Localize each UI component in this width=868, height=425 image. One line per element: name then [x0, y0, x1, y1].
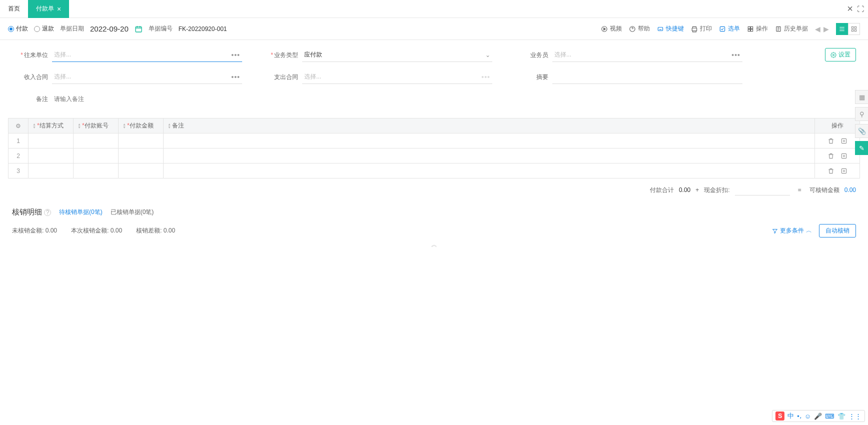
expense-contract-label: 支出合同 — [262, 73, 298, 82]
cell-op — [815, 164, 860, 178]
window-close-icon[interactable]: × — [847, 3, 853, 14]
table-row[interactable]: 2 — [9, 148, 860, 164]
summary-input[interactable] — [552, 70, 742, 84]
fullscreen-icon[interactable]: ⛶ — [857, 5, 864, 13]
svg-rect-0 — [136, 26, 142, 32]
remark-input[interactable] — [52, 92, 856, 106]
info-icon[interactable]: ? — [44, 209, 51, 216]
calendar-icon[interactable] — [135, 25, 143, 33]
add-row-icon[interactable] — [840, 152, 847, 160]
unwriteoff-amount: 未核销金额: 0.00 — [12, 226, 57, 235]
cell-account[interactable] — [74, 134, 119, 148]
svg-rect-8 — [751, 29, 753, 31]
tab-home[interactable]: 首页 — [0, 0, 28, 18]
operate-button[interactable]: 操作 — [747, 24, 768, 33]
cell-amount[interactable] — [119, 164, 164, 178]
bill-no-label: 单据编号 — [149, 24, 173, 33]
more-conditions-button[interactable]: 更多条件 ︿ — [772, 226, 812, 235]
side-btn-attach[interactable]: 📎 — [855, 124, 868, 138]
cell-amount[interactable] — [119, 148, 164, 164]
cell-amount[interactable] — [119, 134, 164, 148]
cell-settle[interactable] — [29, 134, 74, 148]
col-op: 操作 — [815, 118, 860, 134]
next-icon[interactable]: ▶ — [823, 25, 829, 33]
print-button[interactable]: 打印 — [691, 24, 712, 33]
biztype-select[interactable]: 应付款 ⌄ — [302, 48, 492, 62]
more-icon[interactable]: ••• — [481, 73, 490, 81]
settings-column[interactable]: ⚙ — [9, 118, 29, 134]
prev-icon[interactable]: ◀ — [815, 25, 820, 33]
tab-payment[interactable]: 付款单 × — [28, 0, 69, 18]
radio-refund[interactable]: 退款 — [34, 24, 54, 33]
pay-total-label: 付款合计 — [650, 186, 674, 194]
cell-settle[interactable] — [29, 164, 74, 178]
salesman-label: 业务员 — [512, 51, 548, 60]
col-settle[interactable]: ▲▼*结算方式 — [29, 118, 74, 134]
delete-row-icon[interactable] — [827, 168, 834, 174]
help-button[interactable]: 帮助 — [629, 24, 650, 33]
more-icon[interactable]: ••• — [731, 51, 740, 59]
chevron-up-icon: ︿ — [806, 226, 812, 235]
add-row-icon[interactable] — [840, 138, 847, 144]
toolbar: 付款 退款 单据日期 2022-09-20 单据编号 FK-20220920-0… — [0, 18, 868, 40]
table-row[interactable]: 3 — [9, 164, 860, 178]
svg-rect-10 — [851, 26, 853, 28]
cell-account[interactable] — [74, 164, 119, 178]
side-btn-1[interactable]: ▦ — [855, 90, 868, 104]
svg-rect-13 — [854, 30, 856, 32]
more-icon[interactable]: ••• — [231, 51, 240, 59]
settings-button[interactable]: 设置 — [825, 48, 856, 62]
partner-input[interactable]: 选择... ••• — [52, 48, 242, 62]
income-contract-label: 收入合同 — [12, 73, 48, 82]
svg-rect-4 — [720, 26, 724, 31]
select-button[interactable]: 选单 — [719, 24, 740, 33]
cell-remark[interactable] — [164, 164, 815, 178]
svg-point-14 — [833, 54, 834, 56]
biztype-label: *业务类型 — [262, 51, 298, 60]
income-contract-input[interactable]: 选择... ••• — [52, 70, 242, 84]
more-icon[interactable]: ••• — [231, 73, 240, 81]
writeoff-tab-pending[interactable]: 待核销单据(0笔) — [59, 208, 103, 216]
cell-settle[interactable] — [29, 148, 74, 164]
table-row[interactable]: 1 — [9, 134, 860, 148]
tab-home-label: 首页 — [8, 4, 20, 13]
collapse-icon[interactable]: ︽ — [12, 240, 856, 249]
payment-table: ⚙ ▲▼*结算方式 ▲▼*付款账号 ▲▼*付款金额 ▲▼备注 操作 1 2 — [0, 118, 868, 178]
col-account[interactable]: ▲▼*付款账号 — [74, 118, 119, 134]
radio-icon — [8, 26, 14, 32]
history-button[interactable]: 历史单据 — [775, 24, 808, 33]
video-button[interactable]: 视频 — [601, 24, 622, 33]
writeoff-amt-value: 0.00 — [844, 186, 856, 194]
view-grid-button[interactable] — [848, 23, 860, 35]
view-list-button[interactable] — [836, 23, 848, 35]
col-remark[interactable]: ▲▼备注 — [164, 118, 815, 134]
writeoff-title: 核销明细 ? — [12, 208, 51, 217]
writeoff-tab-done[interactable]: 已核销单据(0笔) — [111, 208, 154, 216]
pay-total-value: 0.00 — [679, 186, 690, 194]
summary-row: 付款合计 0.00 + 现金折扣: = 可核销金额 0.00 — [0, 178, 868, 202]
shortcut-button[interactable]: 快捷键 — [657, 24, 684, 33]
radio-refund-label: 退款 — [42, 24, 54, 33]
close-icon[interactable]: × — [57, 5, 61, 13]
add-row-icon[interactable] — [840, 168, 847, 174]
tabs-bar: 首页 付款单 × × ⛶ — [0, 0, 868, 18]
radio-pay-label: 付款 — [16, 24, 28, 33]
salesman-input[interactable]: 选择... ••• — [552, 48, 742, 62]
bill-date-value[interactable]: 2022-09-20 — [90, 24, 129, 33]
discount-input[interactable] — [735, 184, 790, 196]
cell-remark[interactable] — [164, 134, 815, 148]
col-amount[interactable]: ▲▼*付款金额 — [119, 118, 164, 134]
cell-account[interactable] — [74, 148, 119, 164]
equals-sign: = — [798, 186, 801, 194]
delete-row-icon[interactable] — [827, 152, 834, 160]
auto-writeoff-button[interactable]: 自动核销 — [819, 224, 856, 238]
expense-contract-input[interactable]: 选择... ••• — [302, 70, 492, 84]
radio-pay[interactable]: 付款 — [8, 24, 28, 33]
gear-icon[interactable]: ⚙ — [16, 122, 21, 130]
side-btn-edit[interactable]: ✎ — [855, 141, 868, 155]
cell-remark[interactable] — [164, 148, 815, 164]
row-index: 3 — [9, 164, 29, 178]
remark-label: 备注 — [12, 95, 48, 104]
side-btn-2[interactable]: ⚲ — [855, 107, 868, 121]
delete-row-icon[interactable] — [827, 138, 834, 144]
